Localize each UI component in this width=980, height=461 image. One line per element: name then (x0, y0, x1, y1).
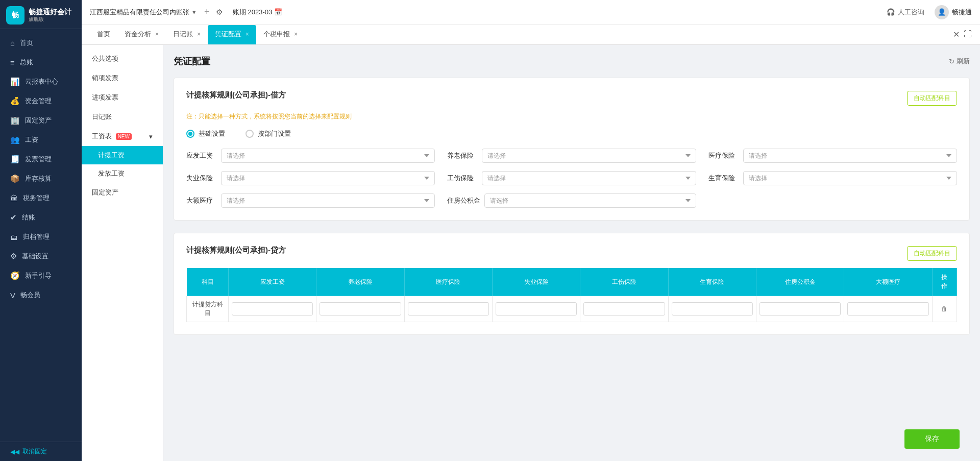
content-area: 公共选项 销项发票 进项发票 日记账 工资表 NEW ▾ 计提工资 发放工资 固… (82, 45, 980, 461)
home-icon: ⌂ (10, 39, 15, 47)
credit-housing-input[interactable] (760, 302, 841, 316)
col-salary: 应发工资 (229, 268, 316, 296)
tab-close-all-icon[interactable]: ✕ (953, 30, 960, 39)
auto-match-credit-button[interactable]: 自动匹配科目 (907, 246, 957, 261)
tax-icon: 🏛 (10, 194, 18, 203)
tab-voucher-close[interactable]: × (246, 31, 249, 38)
tab-capital[interactable]: 资金分析 × (117, 25, 166, 44)
leftnav-sales-invoice[interactable]: 销项发票 (82, 68, 163, 88)
add-account-button[interactable]: + (204, 7, 210, 17)
credit-maternity-input[interactable] (672, 302, 753, 316)
credit-unemployment-input[interactable] (496, 302, 577, 316)
sidebar-footer[interactable]: ◀◀ 取消固定 (0, 442, 82, 461)
user-menu[interactable]: 👤 畅捷通 (935, 5, 972, 19)
topbar: 江西服宝精品有限责任公司内账张 ▾ + ⚙ 账期 2023-03 📅 🎧 人工咨… (82, 0, 980, 25)
leftnav-purch-invoice[interactable]: 进项发票 (82, 88, 163, 107)
col-medical: 医疗保险 (404, 268, 492, 296)
tab-tax-report[interactable]: 个税申报 × (256, 25, 305, 44)
sidebar-item-invoice-mgmt[interactable]: 🧾 发票管理 (0, 150, 82, 169)
sidebar-item-guide[interactable]: 🧭 新手引导 (0, 266, 82, 285)
sidebar-item-tax[interactable]: 🏛 税务管理 (0, 188, 82, 208)
housing-fund-select[interactable]: 请选择 (484, 193, 696, 208)
maternity-select[interactable]: 请选择 (743, 171, 957, 185)
large-medical-select[interactable]: 请选择 (221, 193, 435, 208)
leftnav-pay-salary[interactable]: 发放工资 (82, 164, 163, 183)
cell-housing[interactable] (756, 296, 844, 322)
period-value: 2023-03 (248, 8, 273, 16)
sidebar-item-settle[interactable]: ✔ 结账 (0, 208, 82, 227)
collapse-icon: ◀◀ (10, 448, 19, 455)
sidebar-item-capital[interactable]: 💰 资金管理 (0, 91, 82, 111)
cell-pension[interactable] (316, 296, 404, 322)
company-selector[interactable]: 江西服宝精品有限责任公司内账张 ▾ (90, 8, 196, 17)
sidebar-item-inventory[interactable]: 📦 库存核算 (0, 169, 82, 188)
delete-row-icon[interactable]: 🗑 (941, 305, 947, 312)
credit-salary-input[interactable] (232, 302, 313, 316)
refresh-button[interactable]: ↻ 刷新 (949, 57, 970, 66)
sidebar-item-archive[interactable]: 🗂 归档管理 (0, 227, 82, 247)
save-button[interactable]: 保存 (904, 429, 960, 449)
cell-maternity[interactable] (668, 296, 756, 322)
credit-pension-input[interactable] (320, 302, 401, 316)
cell-unemployment[interactable] (493, 296, 580, 322)
tab-voucher-config[interactable]: 凭证配置 × (208, 25, 256, 44)
credit-table: 科目 应发工资 养老保险 医疗保险 失业保险 工伤保险 生育保险 住房公积金 大… (186, 268, 957, 322)
credit-large-medical-input[interactable] (847, 302, 928, 316)
sidebar-item-ledger[interactable]: ≡ 总账 (0, 53, 82, 72)
col-housing: 住房公积金 (756, 268, 844, 296)
unemployment-select[interactable]: 请选择 (221, 171, 435, 185)
leftnav-advance-salary[interactable]: 计提工资 (82, 146, 163, 164)
leftnav-journal[interactable]: 日记账 (82, 107, 163, 127)
cell-salary[interactable] (229, 296, 316, 322)
cell-medical[interactable] (404, 296, 492, 322)
unemployment-label: 失业保险 (186, 174, 217, 183)
service-button[interactable]: 🎧 人工咨询 (887, 8, 924, 17)
radio-dept[interactable]: 按部门设置 (246, 129, 291, 138)
leftnav-fixed-assets[interactable]: 固定资产 (82, 183, 163, 202)
guide-icon: 🧭 (10, 271, 20, 280)
pension-label: 养老保险 (447, 151, 478, 160)
section1-title: 计提核算规则(公司承担)-借方 (186, 90, 286, 100)
sidebar-item-reports[interactable]: 📊 云报表中心 (0, 72, 82, 91)
cell-large-medical[interactable] (844, 296, 932, 322)
sidebar-item-home[interactable]: ⌂ 首页 (0, 33, 82, 53)
cell-work-injury[interactable] (580, 296, 668, 322)
calendar-icon[interactable]: 📅 (274, 8, 282, 16)
reports-icon: 📊 (10, 77, 20, 86)
sidebar-item-assets[interactable]: 🏢 固定资产 (0, 111, 82, 130)
leftnav-public[interactable]: 公共选项 (82, 49, 163, 68)
sidebar-item-salary[interactable]: 👥 工资 (0, 130, 82, 150)
credit-medical-input[interactable] (408, 302, 489, 316)
field-maternity: 生育保险 请选择 (708, 171, 957, 185)
medical-select[interactable]: 请选择 (743, 149, 957, 163)
settings-gear-icon[interactable]: ⚙ (216, 8, 223, 17)
chevron-down-icon: ▾ (149, 133, 153, 140)
col-maternity: 生育保险 (668, 268, 756, 296)
section2-title: 计提核算规则(公司承担)-贷方 (186, 246, 286, 255)
leftnav-salary-group[interactable]: 工资表 NEW ▾ (82, 127, 163, 146)
sidebar-item-vip[interactable]: V 畅会员 (0, 285, 82, 305)
tab-expand-icon[interactable]: ⛶ (964, 30, 972, 39)
field-salary: 应发工资 请选择 (186, 149, 435, 163)
sidebar-item-settings[interactable]: ⚙ 基础设置 (0, 247, 82, 266)
radio-basic[interactable]: 基础设置 (186, 129, 225, 138)
medical-label: 医疗保险 (708, 151, 739, 160)
salary-select[interactable]: 请选择 (221, 149, 435, 163)
tab-journal-close[interactable]: × (197, 31, 201, 38)
tab-journal[interactable]: 日记账 × (166, 25, 208, 44)
col-large-medical: 大额医疗 (844, 268, 932, 296)
period-selector[interactable]: 账期 2023-03 📅 (231, 8, 283, 17)
tab-home[interactable]: 首页 (90, 25, 117, 44)
vip-icon: V (10, 291, 15, 300)
work-injury-select[interactable]: 请选择 (482, 171, 696, 185)
pension-select[interactable]: 请选择 (482, 149, 696, 163)
credit-work-injury-input[interactable] (583, 302, 665, 316)
tab-tax-close[interactable]: × (294, 31, 298, 38)
sidebar-nav: ⌂ 首页 ≡ 总账 📊 云报表中心 💰 资金管理 🏢 固定资产 👥 工资 🧾 发… (0, 29, 82, 442)
company-dropdown-arrow: ▾ (192, 8, 196, 16)
auto-match-debit-button[interactable]: 自动匹配科目 (907, 91, 957, 106)
work-injury-label: 工伤保险 (447, 174, 478, 183)
tab-capital-close[interactable]: × (155, 31, 159, 38)
col-work-injury: 工伤保险 (580, 268, 668, 296)
new-badge: NEW (116, 133, 132, 140)
